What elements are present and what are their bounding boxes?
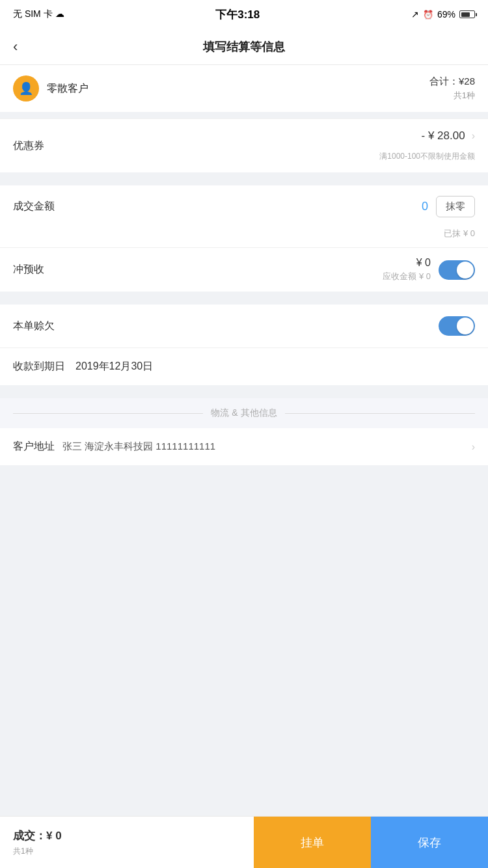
deal-value: ¥ 0 (46, 830, 62, 842)
address-section[interactable]: 客户地址 张三 海淀永丰科技园 11111111111 › (0, 428, 488, 465)
status-left: 无 SIM 卡 ☁ (13, 8, 64, 20)
logistics-line-left (13, 413, 203, 414)
coupon-amount: - ¥ 28.00 (422, 129, 465, 142)
debt-section: 本单赊欠 收款到期日 2019年12月30日 (0, 305, 488, 385)
address-chevron-icon: › (472, 441, 475, 453)
prepaid-values: ¥ 0 应收金额 ¥ 0 (383, 257, 431, 282)
page-title: 填写结算等信息 (203, 39, 285, 55)
battery-indicator (459, 10, 475, 18)
customer-avatar: 👤 (13, 75, 39, 102)
logistics-line-right (285, 413, 475, 414)
customer-section: 👤 零散客户 合计：¥28 共1种 (0, 65, 488, 112)
save-button[interactable]: 保存 (371, 817, 488, 868)
debt-label: 本单赊欠 (13, 319, 55, 333)
location-icon: ↗ (411, 9, 419, 20)
content-area: 👤 零散客户 合计：¥28 共1种 优惠券 - ¥ 28.00 › 满1000-… (0, 65, 488, 667)
already-rounded-text: 已抹 ¥ 0 (0, 228, 488, 247)
back-button[interactable]: ‹ (13, 33, 23, 61)
status-time: 下午3:18 (215, 7, 260, 22)
coupon-right: - ¥ 28.00 › 满1000-100不限制使用金额 (379, 129, 475, 162)
address-row[interactable]: 客户地址 张三 海淀永丰科技园 11111111111 › (0, 428, 488, 465)
customer-name: 零散客户 (47, 82, 88, 96)
debt-toggle[interactable] (439, 316, 475, 336)
bottom-count: 共1种 (13, 846, 241, 857)
prepaid-main-value: ¥ 0 (383, 257, 431, 269)
prepaid-sub-value: 应收金额 ¥ 0 (383, 271, 431, 282)
round-off-button[interactable]: 抹零 (436, 196, 475, 217)
prepaid-toggle[interactable] (439, 260, 475, 280)
coupon-row[interactable]: 优惠券 - ¥ 28.00 › 满1000-100不限制使用金额 (0, 118, 488, 172)
prepaid-right: ¥ 0 应收金额 ¥ 0 (383, 257, 475, 282)
transaction-label: 成交金额 (13, 200, 55, 213)
total-amount: 合计：¥28 (429, 75, 475, 88)
empty-area (0, 472, 488, 615)
alarm-icon: ⏰ (423, 10, 433, 20)
due-date-label: 收款到期日 (13, 360, 65, 373)
address-value: 张三 海淀永丰科技园 11111111111 (62, 441, 464, 453)
deal-label: 成交： (13, 830, 46, 842)
transaction-right: 0 抹零 (422, 196, 475, 217)
transaction-value[interactable]: 0 (422, 200, 428, 213)
due-date-row: 收款到期日 2019年12月30日 (0, 347, 488, 385)
logistics-header: 物流 & 其他信息 (0, 398, 488, 428)
debt-toggle-knob (457, 318, 474, 334)
prepaid-row: 冲预收 ¥ 0 应收金额 ¥ 0 (0, 247, 488, 292)
status-right: ↗ ⏰ 69% (411, 9, 475, 20)
total-count: 共1种 (429, 90, 475, 102)
logistics-header-section: 物流 & 其他信息 (0, 398, 488, 428)
coupon-label: 优惠券 (13, 139, 44, 153)
status-bar: 无 SIM 卡 ☁ 下午3:18 ↗ ⏰ 69% (0, 0, 488, 29)
nav-bar: ‹ 填写结算等信息 (0, 29, 488, 65)
toggle-knob (457, 262, 474, 278)
chevron-right-icon: › (472, 130, 475, 142)
hold-button[interactable]: 挂单 (254, 817, 371, 868)
section-divider-2 (0, 298, 488, 305)
battery-text: 69% (437, 9, 455, 20)
customer-row: 👤 零散客户 合计：¥28 共1种 (0, 65, 488, 112)
debt-row: 本单赊欠 (0, 305, 488, 347)
bottom-summary: 成交：¥ 0 共1种 (0, 817, 254, 868)
logistics-title: 物流 & 其他信息 (203, 407, 284, 419)
customer-total: 合计：¥28 共1种 (429, 75, 475, 102)
sim-text: 无 SIM 卡 ☁ (13, 8, 64, 20)
prepaid-label: 冲预收 (13, 263, 44, 277)
coupon-section[interactable]: 优惠券 - ¥ 28.00 › 满1000-100不限制使用金额 (0, 118, 488, 172)
customer-info: 👤 零散客户 (13, 75, 88, 102)
section-divider-1 (0, 179, 488, 185)
due-date-value[interactable]: 2019年12月30日 (75, 360, 153, 373)
address-label: 客户地址 (13, 440, 55, 454)
transaction-section: 成交金额 0 抹零 已抹 ¥ 0 冲预收 ¥ 0 应收金额 ¥ 0 (0, 185, 488, 292)
section-divider-3 (0, 392, 488, 398)
transaction-row: 成交金额 0 抹零 (0, 185, 488, 228)
bottom-deal: 成交：¥ 0 (13, 828, 241, 843)
bottom-bar: 成交：¥ 0 共1种 挂单 保存 (0, 816, 488, 868)
avatar-icon: 👤 (19, 81, 33, 96)
coupon-desc: 满1000-100不限制使用金额 (379, 151, 475, 162)
